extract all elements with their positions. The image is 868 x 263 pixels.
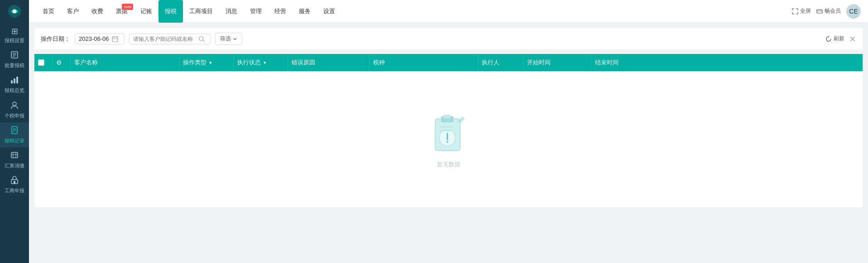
svg-rect-19 — [14, 181, 15, 184]
table-header: ⚙ 客户名称 操作类型 ▼ 执行状态 ▼ 错误原因 — [34, 54, 863, 71]
empty-text: 暂无数据 — [437, 161, 460, 169]
calendar-icon — [112, 36, 118, 42]
svg-point-1 — [13, 10, 16, 13]
table-body-empty: 暂无数据 — [34, 71, 863, 207]
th-executor: 执行人 — [478, 54, 523, 71]
svg-line-26 — [203, 40, 205, 42]
top-navigation: 首页 客户 收费 票据 new 记账 报税 工商项目 消息 管理 经营 — [29, 0, 868, 23]
settings-icon: ⚙ — [56, 59, 62, 66]
nav-item-kehu[interactable]: 客户 — [61, 0, 85, 23]
filter-button[interactable]: 筛选 — [215, 33, 242, 45]
vip-btn[interactable]: 畅会员 — [816, 7, 841, 15]
geshui-icon — [10, 101, 19, 112]
nav-item-fuwu[interactable]: 服务 — [293, 0, 317, 23]
sidebar-item-nianbao-label: 工商年报 — [5, 188, 24, 194]
sidebar-item-zonlan-label: 报税总览 — [5, 88, 24, 93]
sidebar-item-baoshui-shezhi-label: 报税设置 — [5, 38, 24, 44]
nav-item-baoshui[interactable]: 报税 — [158, 0, 183, 23]
sidebar-item-jilu-label: 报税记录 — [5, 138, 24, 144]
select-all-checkbox[interactable] — [38, 59, 44, 66]
search-input[interactable] — [133, 36, 197, 42]
nav-item-shezhi[interactable]: 设置 — [317, 0, 341, 23]
nav-item-jizhang[interactable]: 记账 — [134, 0, 158, 23]
th-op-type[interactable]: 操作类型 ▼ — [179, 54, 234, 71]
empty-state: 暂无数据 — [428, 110, 469, 169]
sidebar-item-piliang-baoshui[interactable]: 批量报税 — [0, 47, 29, 72]
svg-rect-21 — [112, 37, 118, 42]
th-client-name: 客户名称 — [71, 54, 179, 71]
app-logo[interactable] — [0, 0, 29, 23]
baoshui-shezhi-icon: ⊞ — [11, 26, 18, 36]
baoshui-zonlan-icon — [10, 76, 19, 86]
th-start-time: 开始时间 — [523, 54, 591, 71]
svg-rect-14 — [11, 152, 18, 158]
th-checkbox[interactable] — [34, 54, 53, 71]
sidebar-item-huisuan-label: 汇算清缴 — [5, 163, 24, 169]
sidebar-item-baoshui-jilu[interactable]: 报税记录 — [0, 122, 29, 147]
svg-point-34 — [446, 141, 448, 143]
sort-icon-exec-status: ▼ — [263, 60, 267, 65]
search-icon — [198, 36, 205, 42]
svg-point-9 — [13, 102, 16, 106]
sidebar-item-geshui-label: 个税申报 — [5, 113, 24, 119]
nav-item-piaoju[interactable]: 票据 new — [110, 0, 134, 23]
sidebar-item-baoshui-shezhi[interactable]: ⊞ 报税设置 — [0, 23, 29, 47]
th-exec-status[interactable]: 执行状态 ▼ — [234, 54, 288, 71]
date-picker[interactable]: 2023-06-06 — [75, 33, 125, 44]
chevron-down-icon — [233, 37, 237, 41]
date-label: 操作日期： — [41, 35, 70, 43]
gongshang-icon — [10, 176, 19, 186]
main-area: 首页 客户 收费 票据 new 记账 报税 工商项目 消息 管理 经营 — [29, 0, 868, 263]
svg-point-25 — [199, 36, 203, 40]
vip-icon — [816, 8, 823, 15]
date-value: 2023-06-06 — [79, 35, 109, 42]
baoshui-jilu-icon — [10, 126, 19, 136]
svg-rect-31 — [444, 115, 451, 118]
toolbar-right: 刷新 — [825, 35, 856, 43]
svg-rect-7 — [14, 78, 15, 83]
nav-item-gongshang[interactable]: 工商项目 — [183, 0, 219, 23]
nav-item-xiaoxi[interactable]: 消息 — [219, 0, 244, 23]
empty-illustration — [428, 110, 469, 155]
user-avatar[interactable]: CE — [846, 4, 861, 19]
huisuan-icon — [10, 151, 19, 161]
toolbar: 操作日期： 2023-06-06 — [34, 28, 863, 49]
svg-rect-6 — [11, 80, 13, 83]
close-icon — [849, 35, 856, 43]
piliang-baoshui-icon — [10, 51, 19, 61]
th-error-reason: 错误原因 — [288, 54, 369, 71]
sidebar-item-geshui-shenbao[interactable]: 个税申报 — [0, 97, 29, 122]
th-settings[interactable]: ⚙ — [53, 54, 71, 71]
sort-icon-op-type: ▼ — [208, 60, 213, 65]
search-box — [129, 34, 211, 44]
fullscreen-btn[interactable]: 全屏 — [792, 7, 811, 15]
refresh-icon — [825, 36, 832, 42]
nav-item-shoufei[interactable]: 收费 — [85, 0, 110, 23]
nav-right: 全屏 畅会员 CE — [792, 4, 861, 19]
sidebar-item-huisuan-jiaona[interactable]: 汇算清缴 — [0, 147, 29, 172]
fullscreen-icon — [792, 8, 798, 15]
nav-item-shouye[interactable]: 首页 — [36, 0, 61, 23]
sidebar-item-baoshui-zonlan[interactable]: 报税总览 — [0, 72, 29, 97]
sidebar-item-piliang-label: 批量报税 — [5, 63, 24, 68]
nav-item-jingying[interactable]: 经营 — [268, 0, 293, 23]
refresh-button[interactable]: 刷新 — [825, 35, 844, 43]
close-button[interactable] — [849, 35, 856, 43]
th-tax-type: 税种 — [369, 54, 478, 71]
content-area: 操作日期： 2023-06-06 — [29, 23, 868, 263]
sidebar-item-gongshang-nianbao[interactable]: 工商年报 — [0, 172, 29, 197]
svg-rect-20 — [817, 10, 822, 13]
nav-item-guanli[interactable]: 管理 — [244, 0, 268, 23]
page-content: 操作日期： 2023-06-06 — [29, 23, 868, 263]
svg-rect-8 — [16, 77, 18, 83]
table-container: ⚙ 客户名称 操作类型 ▼ 执行状态 ▼ 错误原因 — [34, 54, 863, 207]
new-badge: new — [122, 4, 133, 10]
sidebar: ⊞ 报税设置 批量报税 报税总览 — [0, 0, 29, 263]
th-end-time: 结束时间 — [591, 54, 659, 71]
